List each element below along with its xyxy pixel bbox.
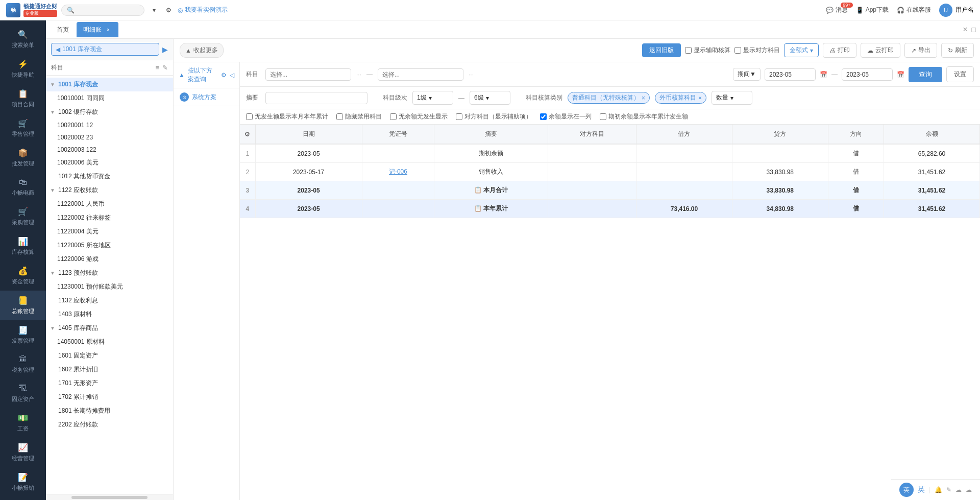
opt-opposite[interactable]: 对方科目（显示辅助项） bbox=[456, 112, 532, 121]
tree-node-10020001[interactable]: 10020001 12 bbox=[46, 119, 173, 131]
quantity-select[interactable]: 数量 ▾ bbox=[712, 91, 752, 105]
message-btn[interactable]: 💬 消息 99+ bbox=[826, 6, 848, 14]
subject-arrow-icon[interactable]: ▶ bbox=[162, 45, 168, 54]
category-tag-1[interactable]: 普通科目（无特殊核算） × bbox=[568, 92, 650, 104]
tag-remove-2[interactable]: × bbox=[698, 94, 702, 102]
app-download-btn[interactable]: 📱 App下载 bbox=[856, 6, 889, 14]
opt-no-balance-cb[interactable] bbox=[246, 113, 253, 120]
search-input[interactable] bbox=[78, 7, 139, 14]
tree-node-1702[interactable]: 1702 累计摊销 bbox=[46, 390, 173, 404]
tree-node-11220002[interactable]: 11220002 往来标签 bbox=[46, 211, 173, 225]
tree-node-1122[interactable]: ▼ 1122 应收账款 bbox=[46, 183, 173, 197]
opt-hide-disabled[interactable]: 隐藏禁用科目 bbox=[336, 112, 382, 121]
opt-no-amount-cb[interactable] bbox=[390, 113, 397, 120]
level-end-select[interactable]: 6级 ▾ bbox=[470, 91, 510, 105]
back-old-btn[interactable]: 退回旧版 bbox=[642, 43, 681, 57]
sidebar-item-quick-nav[interactable]: ⚡ 快捷导航 bbox=[0, 54, 46, 84]
sidebar-item-salary[interactable]: 💵 工资 bbox=[0, 408, 46, 438]
query-settings-icon[interactable]: ⚙ bbox=[221, 72, 227, 79]
sidebar-item-inventory[interactable]: 📊 库存核算 bbox=[0, 231, 46, 261]
sidebar-item-invoice[interactable]: 🧾 发票管理 bbox=[0, 320, 46, 350]
print-btn[interactable]: 🖨 打印 bbox=[823, 43, 856, 58]
sidebar-item-assets[interactable]: 🏗 固定资产 bbox=[0, 379, 46, 408]
sidebar-item-tax[interactable]: 🏛 税务管理 bbox=[0, 350, 46, 379]
tree-node-1132[interactable]: 1132 应收利息 bbox=[46, 294, 173, 307]
sidebar-item-expense[interactable]: 📝 小畅报销 bbox=[0, 467, 46, 497]
sidebar-item-ledger[interactable]: 📒 总账管理 bbox=[0, 291, 46, 320]
nav-dropdown[interactable]: ▾ bbox=[149, 5, 160, 16]
tree-node-1123[interactable]: ▼ 1123 预付账款 bbox=[46, 266, 173, 280]
tab-detail-ledger[interactable]: 明细账 × bbox=[77, 22, 118, 37]
bottom-icon-4[interactable]: ☁ bbox=[955, 486, 962, 493]
amount-format-btn[interactable]: 金额式 ▾ bbox=[784, 43, 819, 57]
tree-node-11220001[interactable]: 11220001 人民币 bbox=[46, 197, 173, 211]
opt-balance-one-col-cb[interactable] bbox=[540, 113, 547, 120]
tree-node-1405[interactable]: ▼ 1405 库存商品 bbox=[46, 321, 173, 335]
online-service-btn[interactable]: 🎧 在线客服 bbox=[897, 6, 931, 14]
opt-no-balance[interactable]: 无发生额显示本月本年累计 bbox=[246, 112, 328, 121]
filter-setting-btn[interactable]: 设置 bbox=[946, 66, 974, 82]
opt-hide-disabled-cb[interactable] bbox=[336, 113, 343, 120]
tab-home[interactable]: 首页 bbox=[50, 22, 76, 37]
tree-node-1601[interactable]: 1601 固定资产 bbox=[46, 349, 173, 363]
tree-node-10010001[interactable]: 10010001 同同同 bbox=[46, 91, 173, 105]
bottom-icon-5[interactable]: ☁ bbox=[966, 486, 972, 493]
table-setting-icon[interactable]: ⚙ bbox=[244, 131, 250, 138]
tree-node-1701[interactable]: 1701 无形资产 bbox=[46, 376, 173, 390]
show-opposite-checkbox[interactable] bbox=[734, 47, 741, 54]
sidebar-item-search[interactable]: 🔍 搜索菜单 bbox=[0, 25, 46, 54]
bottom-icon-2[interactable]: 🔔 bbox=[935, 486, 942, 493]
tab-close-icon[interactable]: × bbox=[105, 26, 112, 33]
tree-node-14050001[interactable]: 14050001 原材料 bbox=[46, 335, 173, 349]
subject-selector[interactable]: ◀ 1001 库存现金 bbox=[51, 43, 159, 56]
subject-filter-end[interactable] bbox=[378, 68, 463, 81]
query-expand-header[interactable]: ▲ 按以下方案查询 ⚙ ◁ bbox=[174, 62, 239, 88]
sidebar-item-wholesale[interactable]: 📦 批发管理 bbox=[0, 143, 46, 173]
tree-node-1602[interactable]: 1602 累计折旧 bbox=[46, 363, 173, 376]
tree-node-11230001[interactable]: 11230001 预付账款美元 bbox=[46, 280, 173, 294]
cloud-print-btn[interactable]: ☁ 云打印 bbox=[861, 43, 900, 58]
opt-opening-ytd-cb[interactable] bbox=[600, 113, 606, 120]
voucher-link-2[interactable]: 记-006 bbox=[389, 168, 407, 175]
summary-input[interactable] bbox=[265, 92, 368, 104]
opt-opening-ytd[interactable]: 期初余额显示本年累计发生额 bbox=[600, 112, 688, 121]
sidebar-item-ecommerce[interactable]: 🛍 小畅电商 bbox=[0, 173, 46, 202]
sidebar-item-purchase[interactable]: 🛒 采购管理 bbox=[0, 202, 46, 231]
tag-remove-1[interactable]: × bbox=[642, 94, 645, 102]
tree-node-10020002[interactable]: 10020002 23 bbox=[46, 131, 173, 144]
demo-link[interactable]: ◎ 我要看实例演示 bbox=[178, 6, 228, 14]
tree-node-1001[interactable]: ▼ 1001 库存现金 bbox=[46, 78, 173, 91]
export-btn[interactable]: ↗ 导出 bbox=[904, 43, 937, 58]
subject-filter-input[interactable] bbox=[265, 68, 351, 81]
lang-btn[interactable]: 英 bbox=[899, 483, 914, 497]
opt-balance-one-col[interactable]: 余额显示在一列 bbox=[540, 112, 592, 121]
refresh-btn[interactable]: ↻ 刷新 bbox=[941, 43, 974, 58]
tree-edit-icon[interactable]: ✎ bbox=[162, 64, 168, 72]
tree-node-10020006[interactable]: 10020006 美元 bbox=[46, 156, 173, 170]
show-opposite-check[interactable]: 显示对方科目 bbox=[734, 46, 780, 55]
opt-opposite-cb[interactable] bbox=[456, 113, 462, 120]
tree-node-10020003[interactable]: 10020003 122 bbox=[46, 144, 173, 156]
tree-node-2202[interactable]: 2202 应付账款 bbox=[46, 418, 173, 432]
level-start-select[interactable]: 1级 ▾ bbox=[412, 91, 453, 105]
window-close-icon[interactable]: × bbox=[963, 25, 967, 34]
show-aux-check[interactable]: 显示辅助核算 bbox=[685, 46, 730, 55]
sidebar-item-basic-info[interactable]: ℹ 基础信息 bbox=[0, 497, 46, 500]
collapse-btn[interactable]: ▲ 收起更多 bbox=[180, 43, 224, 58]
period-start-input[interactable] bbox=[765, 68, 816, 81]
show-aux-checkbox[interactable] bbox=[685, 47, 692, 54]
opt-no-amount[interactable]: 无余额无发生显示 bbox=[390, 112, 448, 121]
sidebar-item-finance[interactable]: 💰 资金管理 bbox=[0, 261, 46, 291]
tree-node-1002[interactable]: ▼ 1002 银行存款 bbox=[46, 105, 173, 119]
bottom-icon-3[interactable]: ✎ bbox=[946, 486, 951, 493]
tree-node-11220006[interactable]: 11220006 游戏 bbox=[46, 252, 173, 266]
sidebar-item-retail[interactable]: 🛒 零售管理 bbox=[0, 113, 46, 143]
search-bar[interactable]: 🔍 bbox=[61, 5, 144, 16]
query-collapse-icon[interactable]: ◁ bbox=[230, 72, 234, 79]
query-btn[interactable]: 查询 bbox=[909, 67, 942, 82]
period-end-input[interactable] bbox=[842, 68, 893, 81]
tree-filter-icon[interactable]: ≡ bbox=[155, 64, 159, 72]
sidebar-item-operation[interactable]: 📈 经营管理 bbox=[0, 438, 46, 467]
sidebar-item-project[interactable]: 📋 项目合同 bbox=[0, 84, 46, 113]
td-voucher-2[interactable]: 记-006 bbox=[362, 163, 434, 181]
